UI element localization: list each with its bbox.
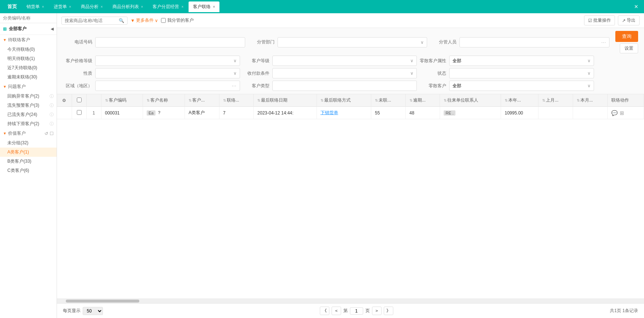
sidebar-group-problem[interactable]: ▼ 问题客户: [0, 82, 57, 92]
th-name[interactable]: ⇅客户名称: [143, 94, 185, 107]
filter-more-button[interactable]: ▼ 更多条件 ∨: [130, 17, 158, 24]
first-page-button[interactable]: 《: [320, 307, 329, 315]
next-page-button[interactable]: ＞: [372, 307, 382, 315]
sidebar-group-value[interactable]: ▼ 价值客户 ↺ ☐: [0, 128, 57, 138]
select-customer-level[interactable]: ∨: [272, 56, 417, 66]
sidebar-item-lost[interactable]: 已流失客户(24) ⓘ: [0, 110, 57, 119]
tab-sales[interactable]: 销货单 ×: [22, 1, 49, 12]
sort-icon-contact: ⇅: [223, 98, 226, 102]
td-name: Ea ？: [143, 107, 185, 119]
select-status[interactable]: ∨: [449, 68, 594, 78]
th-this-month[interactable]: ⇅本月...: [573, 94, 607, 107]
adv-filters: 电话号码 分管部门 ∨ 分管人员 ···: [57, 28, 644, 94]
sidebar-item-tomorrow[interactable]: 明天待联络(1): [0, 54, 57, 63]
sort-icon-overdue: ⇅: [409, 98, 412, 102]
batch-op-button[interactable]: ☑ 批量操作: [584, 15, 615, 25]
tab-analysis-list[interactable]: 商品分析列表 ×: [108, 1, 148, 12]
select-person[interactable]: ···: [459, 37, 609, 47]
qr-icon[interactable]: ⊞: [620, 110, 624, 116]
filter-cell-ctype: 客户类型: [240, 81, 417, 91]
table-scroll-thumb[interactable]: [66, 300, 139, 303]
sidebar-item-class-a[interactable]: A类客户(1): [0, 148, 57, 157]
my-customers-checkbox[interactable]: [161, 18, 166, 23]
select-price-level[interactable]: ∨: [95, 56, 240, 66]
close-customer-contact-icon[interactable]: ×: [213, 5, 215, 9]
th-last-method[interactable]: ⇅最后联络方式: [316, 94, 371, 107]
th-overdue[interactable]: ⇅逾期...: [405, 94, 440, 107]
tab-analysis[interactable]: 商品分析 ×: [76, 1, 107, 12]
th-this-year[interactable]: ⇅本年...: [501, 94, 538, 107]
sidebar-item-ungrouped[interactable]: 未分组(32): [0, 138, 57, 148]
td-check[interactable]: [72, 107, 86, 119]
select-payment[interactable]: ∨: [272, 68, 417, 78]
th-unit-contact[interactable]: ⇅往来单位联系人: [440, 94, 501, 107]
select-all-checkbox[interactable]: [77, 98, 82, 102]
last-page-button[interactable]: 》: [384, 307, 393, 315]
filter-search-input[interactable]: [65, 18, 117, 23]
export-button[interactable]: ↗ 导出: [618, 15, 640, 25]
filter-cell-payment: 收付款条件 ∨: [240, 68, 417, 78]
th-gear[interactable]: ⚙: [57, 94, 72, 107]
sidebar-collapse-icon[interactable]: ◀: [51, 27, 54, 31]
sort-icon-code: ⇅: [105, 98, 108, 102]
td-seq: 1: [86, 107, 101, 119]
name-text: ？: [157, 110, 161, 116]
chat-icon[interactable]: 💬: [611, 110, 618, 116]
page-size-dropdown[interactable]: 50 100 200: [83, 307, 103, 315]
th-code[interactable]: ⇅客户编码: [101, 94, 143, 107]
sidebar-search-input[interactable]: [3, 15, 57, 21]
query-button[interactable]: 查询: [615, 31, 638, 42]
row-checkbox[interactable]: [77, 110, 82, 115]
input-ctype[interactable]: [272, 81, 417, 91]
th-last-month[interactable]: ⇅上月...: [539, 94, 573, 107]
prev-page-button[interactable]: ＜: [332, 307, 341, 315]
th-last-date[interactable]: ⇅最后联络日期: [254, 94, 317, 107]
sidebar-item-week[interactable]: 近7天待联络(0): [0, 63, 57, 73]
filter-cell-retail: 零散客户 全部 ∨: [417, 81, 594, 91]
all-customers-label: 全部客户: [9, 26, 26, 32]
close-customer-tier-icon[interactable]: ×: [181, 5, 183, 9]
last-method-link[interactable]: 下销货单: [321, 110, 338, 115]
select-region[interactable]: ···: [95, 81, 240, 91]
th-type[interactable]: ⇅客户...: [185, 94, 219, 107]
select-retail[interactable]: 全部 ∨: [449, 81, 594, 91]
settings-button[interactable]: 设置: [620, 43, 638, 53]
sidebar-item-churn[interactable]: 流失预警客户(3) ⓘ: [0, 101, 57, 110]
top-close-button[interactable]: ×: [631, 3, 641, 11]
th-check[interactable]: [72, 94, 86, 107]
refresh-icon-value[interactable]: ↺: [44, 131, 48, 136]
td-last-method[interactable]: 下销货单: [316, 107, 371, 119]
th-action: 联络动作: [607, 94, 644, 107]
th-no-contact[interactable]: ⇅未联...: [371, 94, 406, 107]
table-scroll-bar-container[interactable]: [57, 298, 644, 303]
customer-table: ⚙ ⇅客户编码 ⇅客户名称 ⇅客户... ⇅联络... ⇅最后联络日期 ⇅最后联…: [57, 94, 644, 119]
close-sales-icon[interactable]: ×: [42, 5, 44, 9]
sidebar-item-repurchase[interactable]: 回购异常客户(2) ⓘ: [0, 92, 57, 101]
sidebar-item-today[interactable]: 今天待联络(0): [0, 45, 57, 54]
label-region: 区域（地区）: [63, 83, 92, 89]
my-customers-checkbox-label[interactable]: 我分管的客户: [161, 17, 194, 24]
sidebar-item-class-b[interactable]: B类客户(33): [0, 157, 57, 166]
sidebar-all-customers[interactable]: ⊞ 全部客户 ◀: [0, 23, 57, 35]
sidebar-item-overdue[interactable]: 逾期未联络(30): [0, 73, 57, 82]
td-this-year: 10995.00: [501, 107, 538, 119]
add-icon-value[interactable]: ☐: [50, 131, 54, 136]
input-phone[interactable]: [95, 37, 245, 47]
close-purchase-icon[interactable]: ×: [69, 5, 71, 9]
tab-purchase[interactable]: 进货单 ×: [49, 1, 76, 12]
sidebar-item-declining[interactable]: 持续下滑客户(2) ⓘ: [0, 119, 57, 128]
tab-customer-contact[interactable]: 客户联络 ×: [189, 1, 219, 12]
caret-retail: ∨: [587, 83, 591, 88]
tab-home[interactable]: 首页: [3, 1, 21, 12]
th-contact[interactable]: ⇅联络...: [219, 94, 254, 107]
sidebar-group-pending[interactable]: ▼ 待联络客户: [0, 35, 57, 45]
select-dept[interactable]: ∨: [278, 37, 427, 47]
sidebar-item-class-c[interactable]: C类客户(6): [0, 166, 57, 175]
close-analysis-list-icon[interactable]: ×: [141, 5, 143, 9]
close-analysis-icon[interactable]: ×: [101, 5, 103, 9]
select-nature[interactable]: ∨: [95, 68, 240, 78]
select-retail-attr[interactable]: 全部 ∨: [449, 56, 594, 66]
tab-customer-tier[interactable]: 客户分层经营 ×: [148, 1, 188, 12]
filter-cell-price-level: 客户价格等级 ∨: [63, 56, 240, 66]
page-input[interactable]: [350, 307, 363, 315]
